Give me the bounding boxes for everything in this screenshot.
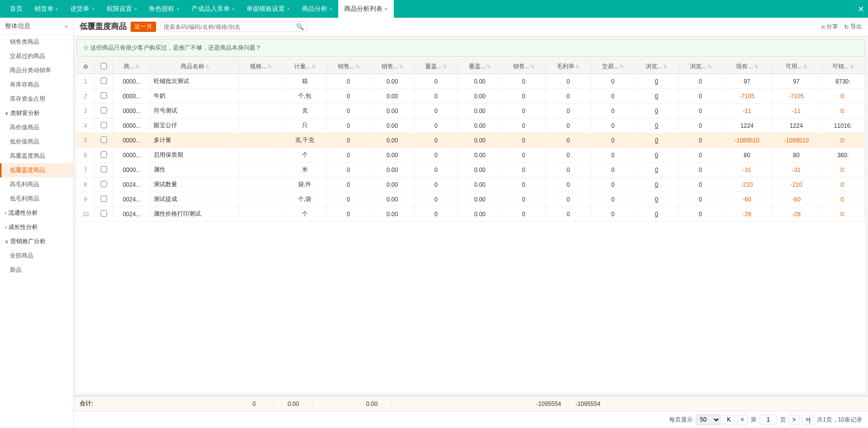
period-button[interactable]: 近一月 <box>131 22 156 32</box>
col-browse1[interactable]: 浏览...⇅ <box>635 59 678 74</box>
per-page-select[interactable]: 50 100 200 <box>696 414 721 425</box>
col-name[interactable]: 商品名称⇅ <box>151 59 239 74</box>
row-name[interactable]: 属性 <box>151 163 239 177</box>
sidebar-section-flow[interactable]: › 流通性分析 <box>0 206 73 220</box>
sidebar-item-high-value[interactable]: 高价值商品 <box>0 120 73 135</box>
row-checkbox[interactable] <box>95 118 113 133</box>
col-profit[interactable]: 毛利率⇅ <box>545 59 591 74</box>
row-select-checkbox[interactable] <box>101 92 107 99</box>
row-browse1[interactable]: 0 <box>635 207 678 222</box>
row-select-checkbox[interactable] <box>101 196 107 202</box>
row-checkbox[interactable] <box>95 207 113 222</box>
sidebar-section-growth[interactable]: › 成长性分析 <box>0 220 73 234</box>
data-table-container[interactable]: ⚙ 商...⇅ 商品名称⇅ 规格...⇅ 计量...⇅ 销售...⇅ 销售...… <box>77 59 865 393</box>
row-checkbox[interactable] <box>95 192 113 207</box>
row-select-checkbox[interactable] <box>101 78 107 84</box>
col-current[interactable]: 现有...⇅ <box>722 59 771 74</box>
close-icon[interactable]: × <box>384 6 387 12</box>
sidebar-item-inventory-capital[interactable]: 库存资金占用 <box>0 92 73 106</box>
page-input[interactable] <box>760 415 777 425</box>
sidebar-item-sales-goods[interactable]: 销售类商品 <box>0 35 73 49</box>
nav-tab-product-analysis-list[interactable]: 商品分析列表 × <box>338 0 393 18</box>
nav-tab-sales[interactable]: 销货单 × <box>28 0 64 18</box>
row-select-checkbox[interactable] <box>101 151 107 158</box>
close-icon[interactable]: × <box>55 6 58 12</box>
row-browse1[interactable]: 0 <box>635 163 678 177</box>
row-browse1[interactable]: 0 <box>635 133 678 148</box>
nav-tab-product-analysis[interactable]: 商品分析 × <box>296 0 338 18</box>
prev-page-button[interactable]: < <box>737 415 748 425</box>
row-select-checkbox[interactable] <box>101 122 107 128</box>
sidebar-item-high-coverage[interactable]: 高覆盖度商品 <box>0 149 73 163</box>
nav-tab-product-in[interactable]: 产成品入库单 × <box>186 0 241 18</box>
row-name[interactable]: 多计量 <box>151 133 239 148</box>
row-name[interactable]: 眼宝公仔 <box>151 118 239 133</box>
col-spec[interactable]: 规格...⇅ <box>239 59 283 74</box>
col-cover2[interactable]: 覆盖...⇅ <box>458 59 502 74</box>
row-checkbox[interactable] <box>95 89 113 104</box>
sidebar-section-wealth[interactable]: ∨ 类财富分析 <box>0 106 73 120</box>
nav-tab-purchase[interactable]: 进货单 × <box>64 0 100 18</box>
nav-tab-permissions[interactable]: 权限设置 × <box>101 0 143 18</box>
export-button[interactable]: ↻ 导出 <box>844 23 862 31</box>
sidebar-item-low-value[interactable]: 低价值商品 <box>0 135 73 149</box>
row-browse1[interactable]: 0 <box>635 148 678 163</box>
sidebar-item-in-stock[interactable]: 有库存商品 <box>0 78 73 92</box>
nav-tab-home[interactable]: 首页 <box>4 0 28 18</box>
col-sales2[interactable]: 销售...⇅ <box>370 59 414 74</box>
row-select-checkbox[interactable] <box>101 166 107 172</box>
close-icon[interactable]: × <box>329 6 332 12</box>
col-browse2[interactable]: 浏览...⇅ <box>678 59 722 74</box>
col-sales1[interactable]: 销售...⇅ <box>326 59 370 74</box>
row-browse1[interactable]: 0 <box>635 104 678 118</box>
col-saleable[interactable]: 可销...⇅ <box>821 59 865 74</box>
row-name[interactable]: 测试提成 <box>151 192 239 207</box>
nav-close-all-button[interactable]: ✕ <box>858 4 864 14</box>
close-icon[interactable]: × <box>287 6 290 12</box>
close-icon[interactable]: × <box>232 6 235 12</box>
sidebar-item-traded-goods[interactable]: 交易过的商品 <box>0 49 73 63</box>
row-name[interactable]: 符号测试 <box>151 104 239 118</box>
row-checkbox[interactable] <box>95 74 113 89</box>
row-name[interactable]: 属性价格打印测试 <box>151 207 239 222</box>
sidebar-item-high-profit[interactable]: 高毛利商品 <box>0 177 73 192</box>
row-browse1[interactable]: 0 <box>635 89 678 104</box>
row-name[interactable]: 旺铺批次测试 <box>151 74 239 89</box>
sidebar-header[interactable]: 整体信息 « <box>0 18 73 35</box>
row-select-checkbox[interactable] <box>101 137 107 143</box>
sidebar-item-category-rate[interactable]: 商品分类动销率 <box>0 63 73 78</box>
sidebar-item-all-goods[interactable]: 全部商品 <box>0 249 73 263</box>
first-page-button[interactable]: K <box>724 415 734 425</box>
row-checkbox[interactable] <box>95 177 113 192</box>
col-trade[interactable]: 交易...⇅ <box>591 59 635 74</box>
row-name[interactable]: 启用保质期 <box>151 148 239 163</box>
col-available[interactable]: 可用...⇅ <box>772 59 821 74</box>
col-cover1[interactable]: 覆盖...⇅ <box>414 59 458 74</box>
row-checkbox[interactable] <box>95 163 113 177</box>
col-unit[interactable]: 计量...⇅ <box>283 59 326 74</box>
row-checkbox[interactable] <box>95 148 113 163</box>
sidebar-item-new-goods[interactable]: 新品 <box>0 263 73 277</box>
row-browse1[interactable]: 0 <box>635 118 678 133</box>
col-checkbox[interactable] <box>95 59 113 74</box>
select-all-checkbox[interactable] <box>101 63 107 69</box>
row-browse1[interactable]: 0 <box>635 177 678 192</box>
nav-tab-template[interactable]: 单据模板设置 × <box>241 0 296 18</box>
row-select-checkbox[interactable] <box>101 107 107 114</box>
row-checkbox[interactable] <box>95 104 113 118</box>
search-input[interactable] <box>163 24 296 30</box>
sidebar-collapse-icon[interactable]: « <box>64 22 68 30</box>
nav-tab-role[interactable]: 角色授权 × <box>143 0 185 18</box>
sidebar-item-low-profit[interactable]: 低毛利商品 <box>0 192 73 206</box>
row-checkbox[interactable] <box>95 133 113 148</box>
close-icon[interactable]: × <box>176 6 179 12</box>
col-settings[interactable]: ⚙ <box>77 59 95 74</box>
close-icon[interactable]: × <box>91 6 94 12</box>
row-select-checkbox[interactable] <box>101 210 107 217</box>
share-button[interactable]: ⎋ 分享 <box>821 23 838 31</box>
row-name[interactable]: 牛奶 <box>151 89 239 104</box>
sidebar-section-marketing[interactable]: ∨ 营销推广分析 <box>0 234 73 249</box>
last-page-button[interactable]: >| <box>802 415 814 425</box>
row-browse1[interactable]: 0 <box>635 74 678 89</box>
row-select-checkbox[interactable] <box>101 181 107 187</box>
